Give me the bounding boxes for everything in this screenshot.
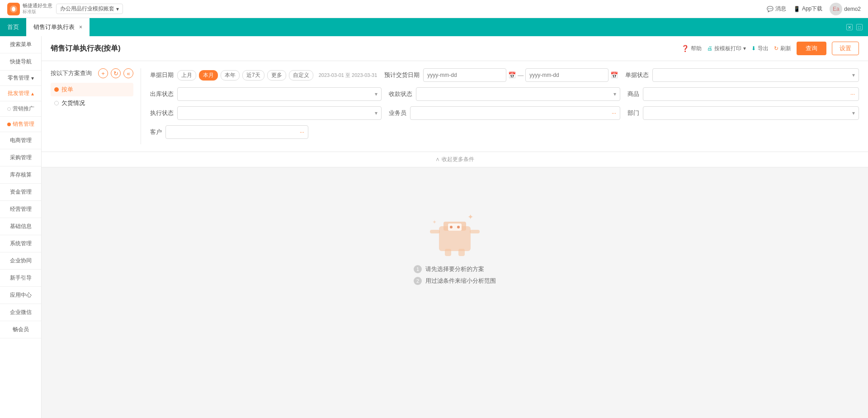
out-status-chevron-icon: ▾ [375, 91, 377, 97]
app-download-btn[interactable]: 📱 App下载 [793, 5, 822, 13]
sidebar-item-basic[interactable]: 基础信息 [0, 218, 41, 235]
collapse-bar[interactable]: ∧ 收起更多条件 [42, 152, 868, 167]
expected-date-range: 📅 — 📅 [423, 68, 618, 82]
goods-dots-icon: ··· [850, 91, 855, 97]
scheme-add-btn[interactable]: + [98, 68, 108, 78]
top-bar: 畅捷通好生意 标准版 办公用品行业模拟账套 ▾ 💬 消息 📱 App下载 Ea … [0, 0, 868, 18]
customer-select[interactable]: ··· [165, 125, 308, 139]
download-icon: 📱 [793, 6, 800, 12]
sidebar-item-wechat[interactable]: 企业微信 [0, 304, 41, 321]
help-btn[interactable]: ❓ 帮助 [681, 45, 702, 52]
collapse-arrow-icon: ∧ [435, 156, 440, 162]
active-tab[interactable]: 销售订单执行表 × [26, 18, 90, 36]
salesman-label: 业务员 [389, 109, 406, 117]
date-label: 单据日期 [150, 71, 174, 79]
out-status-select[interactable]: ▾ [177, 87, 382, 101]
sidebar-item-system[interactable]: 系统管理 [0, 235, 41, 252]
collect-status-select[interactable]: ▾ [416, 87, 620, 101]
user-area[interactable]: Ea demo2 [830, 3, 861, 15]
export-btn[interactable]: ⬇ 导出 [751, 45, 769, 52]
win-close-btn[interactable]: ✕ [846, 24, 853, 30]
filter-customer-item: 客户 ··· [150, 125, 308, 139]
finance-label: 资金管理 [10, 189, 32, 195]
logo-main-text: 畅捷通好生意 [23, 3, 52, 9]
tab-close-icon[interactable]: × [79, 24, 82, 30]
appstore-label: 应用中心 [10, 292, 32, 298]
sidebar-item-finance[interactable]: 资金管理 [0, 184, 41, 201]
date-tag-more[interactable]: 更多 [267, 70, 286, 81]
empty-illustration: ✦ ✦ [428, 204, 482, 258]
exec-status-select[interactable]: ▾ [177, 106, 382, 120]
calendar-end-icon[interactable]: 📅 [610, 71, 618, 79]
scheme-actions: + ↻ « [98, 68, 133, 78]
scheme-item-bydebt[interactable]: 欠货情况 [51, 96, 133, 110]
sidebar-item-corp[interactable]: 企业协同 [0, 252, 41, 270]
date-tag-lastmonth[interactable]: 上月 [177, 70, 196, 81]
sidebar-item-appstore[interactable]: 应用中心 [0, 287, 41, 304]
sidebar-item-operations[interactable]: 经营管理 [0, 201, 41, 218]
filter-salesman-item: 业务员 ··· [389, 106, 620, 120]
expected-date-start[interactable] [423, 68, 506, 82]
settings-button[interactable]: 设置 [832, 42, 859, 55]
date-tag-thismonth[interactable]: 本月 [199, 70, 218, 81]
sidebar-search[interactable]: 搜索菜单 [0, 36, 41, 53]
export-label: 导出 [758, 45, 769, 52]
main-wrapper: 搜索菜单 快捷导航 零售管理 ▾ 批发管理 ▴ 营销推广 销售管理 电商管理 采… [0, 36, 868, 418]
member-label: 畅会员 [13, 326, 29, 332]
dept-label: 部门 [627, 109, 639, 117]
scheme-item-byorder[interactable]: 按单 [51, 83, 133, 96]
dept-select[interactable]: ▾ [643, 106, 859, 120]
sidebar-item-inventory[interactable]: 库存核算 [0, 166, 41, 184]
svg-text:✦: ✦ [467, 213, 473, 221]
win-maximize-btn[interactable]: □ [856, 24, 863, 30]
salesman-select[interactable]: ··· [410, 106, 620, 120]
sidebar-item-wholesale[interactable]: 批发管理 ▴ [0, 86, 41, 101]
filter-area: 按以下方案查询 + ↻ « 按单 欠货情况 [42, 61, 868, 152]
logo-area: 畅捷通好生意 标准版 [7, 3, 52, 15]
print-btn[interactable]: 🖨 按模板打印 ▾ [707, 45, 746, 52]
sidebar-item-marketing[interactable]: 营销推广 [0, 101, 41, 117]
goods-select[interactable]: ··· [643, 87, 859, 101]
date-tag-custom[interactable]: 自定义 [289, 70, 313, 81]
sidebar-quick-nav[interactable]: 快捷导航 [0, 53, 41, 71]
sidebar-item-purchase[interactable]: 采购管理 [0, 149, 41, 166]
svg-point-5 [457, 226, 460, 228]
sidebar-item-member[interactable]: 畅会员 [0, 321, 41, 338]
retail-label: 零售管理 [8, 74, 29, 82]
print-label: 按模板打印 [714, 45, 741, 52]
customer-dots-icon: ··· [300, 129, 304, 135]
empty-step-1: 1 请先选择要分析的方案 [414, 265, 496, 273]
refresh-label: 刷新 [780, 45, 791, 52]
scheme-collapse-btn[interactable]: « [123, 68, 133, 78]
sidebar-item-ecommerce[interactable]: 电商管理 [0, 132, 41, 149]
date-tag-7days[interactable]: 近7天 [242, 70, 264, 81]
refresh-btn[interactable]: ↻ 刷新 [774, 45, 791, 52]
scheme-bydebt-label: 欠货情况 [61, 99, 85, 107]
top-bar-left: 畅捷通好生意 标准版 办公用品行业模拟账套 ▾ [7, 3, 123, 15]
scheme-refresh-btn[interactable]: ↻ [111, 68, 121, 78]
date-tags: 上月 本月 本年 近7天 更多 自定义 [177, 70, 313, 81]
sidebar-item-sales[interactable]: 销售管理 [0, 117, 41, 132]
nav-tabs: 首页 销售订单执行表 × ✕ □ [0, 18, 868, 36]
calendar-start-icon[interactable]: 📅 [508, 71, 516, 79]
step2-num-icon: 2 [414, 277, 422, 285]
expected-date-end[interactable] [525, 68, 609, 82]
doc-status-select[interactable]: ▾ [652, 68, 859, 82]
empty-steps: 1 请先选择要分析的方案 2 用过滤条件来缩小分析范围 [414, 265, 496, 285]
sidebar-item-newbie[interactable]: 新手引导 [0, 270, 41, 287]
message-btn[interactable]: 💬 消息 [767, 5, 786, 13]
svg-text:✦: ✦ [432, 219, 437, 225]
home-tab[interactable]: 首页 [0, 18, 26, 36]
newbie-label: 新手引导 [10, 275, 32, 281]
ecommerce-label: 电商管理 [10, 137, 32, 143]
company-selector[interactable]: 办公用品行业模拟账套 ▾ [56, 4, 123, 14]
scheme-title: 按以下方案查询 [51, 69, 92, 77]
expected-date-label: 预计交货日期 [384, 71, 420, 79]
sidebar-item-retail[interactable]: 零售管理 ▾ [0, 71, 41, 86]
scheme-header: 按以下方案查询 + ↻ « [51, 68, 133, 78]
date-separator: — [518, 72, 524, 79]
customer-label: 客户 [150, 128, 162, 136]
query-button[interactable]: 查询 [797, 42, 826, 55]
date-tag-thisyear[interactable]: 本年 [221, 70, 240, 81]
wholesale-label: 批发管理 [8, 90, 29, 97]
